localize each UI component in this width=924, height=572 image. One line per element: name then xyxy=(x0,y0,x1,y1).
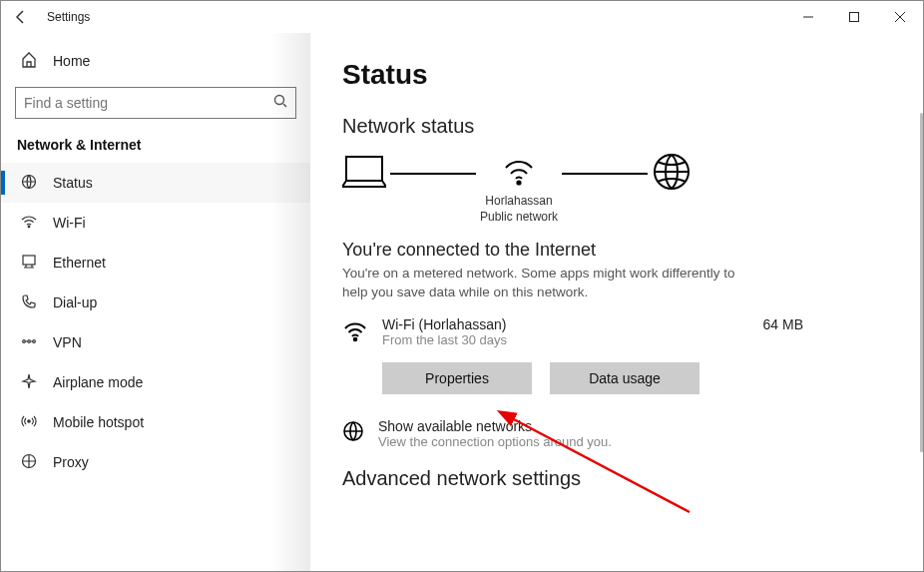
sidebar-item-label: Wi-Fi xyxy=(53,215,86,231)
sidebar: Home Network & Internet Status Wi-Fi Eth… xyxy=(1,33,310,571)
section-advanced: Advanced network settings xyxy=(342,467,883,490)
sidebar-item-label: Mobile hotspot xyxy=(53,414,144,430)
sidebar-item-vpn[interactable]: VPN xyxy=(1,322,310,362)
home-icon xyxy=(21,52,37,71)
close-button[interactable] xyxy=(877,1,923,33)
connected-heading: You're connected to the Internet xyxy=(342,240,883,261)
svg-rect-10 xyxy=(346,157,382,181)
svg-rect-0 xyxy=(850,13,859,22)
svg-point-1 xyxy=(275,96,284,105)
back-button[interactable] xyxy=(1,1,41,33)
svg-rect-4 xyxy=(23,256,35,265)
connection-usage: 64 MB xyxy=(763,316,883,332)
globe-icon xyxy=(652,152,692,196)
search-input[interactable] xyxy=(24,95,273,111)
sidebar-item-label: Proxy xyxy=(53,454,89,470)
connected-description: You're on a metered network. Some apps m… xyxy=(342,265,761,302)
main-pane: Status Network status HorlahassanPublic … xyxy=(310,33,923,571)
svg-point-8 xyxy=(28,419,30,421)
sidebar-item-hotspot[interactable]: Mobile hotspot xyxy=(1,402,310,442)
scrollbar[interactable] xyxy=(920,113,923,452)
sidebar-item-wifi[interactable]: Wi-Fi xyxy=(1,203,310,243)
sidebar-item-proxy[interactable]: Proxy xyxy=(1,442,310,482)
network-diagram: HorlahassanPublic network xyxy=(342,152,883,226)
home-nav[interactable]: Home xyxy=(1,41,310,81)
svg-point-5 xyxy=(23,339,26,342)
diagram-nettype: Public network xyxy=(480,210,558,224)
minimize-button[interactable] xyxy=(785,1,831,33)
wifi-icon xyxy=(342,316,368,348)
search-box[interactable] xyxy=(15,87,296,119)
home-label: Home xyxy=(53,53,90,69)
svg-point-11 xyxy=(517,181,520,184)
globe-icon xyxy=(21,174,37,193)
properties-button[interactable]: Properties xyxy=(382,362,532,394)
connection-row: Wi-Fi (Horlahassan) From the last 30 day… xyxy=(342,316,883,348)
sidebar-item-ethernet[interactable]: Ethernet xyxy=(1,243,310,283)
hotspot-icon xyxy=(21,413,37,432)
wifi-icon xyxy=(501,154,537,194)
svg-point-13 xyxy=(354,337,357,340)
section-network-status: Network status xyxy=(342,115,883,138)
sidebar-item-label: Airplane mode xyxy=(53,374,143,390)
svg-point-6 xyxy=(28,339,31,342)
data-usage-button[interactable]: Data usage xyxy=(550,362,699,394)
page-title: Status xyxy=(342,59,883,91)
computer-icon xyxy=(342,153,386,195)
sidebar-item-label: Ethernet xyxy=(53,255,106,271)
available-sub: View the connection options around you. xyxy=(378,434,612,449)
sidebar-group-title: Network & Internet xyxy=(1,133,310,163)
connection-sub: From the last 30 days xyxy=(382,332,749,347)
proxy-icon xyxy=(21,453,37,472)
sidebar-item-status[interactable]: Status xyxy=(1,163,310,203)
available-title: Show available networks xyxy=(378,418,612,434)
sidebar-item-label: Dial-up xyxy=(53,294,97,310)
vpn-icon xyxy=(21,333,37,352)
search-icon xyxy=(273,94,287,112)
sidebar-item-airplane[interactable]: Airplane mode xyxy=(1,362,310,402)
globe-icon xyxy=(342,418,364,446)
titlebar: Settings xyxy=(1,1,923,33)
connection-name: Wi-Fi (Horlahassan) xyxy=(382,316,749,332)
sidebar-item-label: Status xyxy=(53,175,93,191)
window-title: Settings xyxy=(47,10,90,24)
window-controls xyxy=(785,1,923,33)
phone-icon xyxy=(21,293,37,312)
sidebar-item-label: VPN xyxy=(53,334,82,350)
diagram-ssid: Horlahassan xyxy=(485,194,552,208)
sidebar-item-dialup[interactable]: Dial-up xyxy=(1,283,310,322)
airplane-icon xyxy=(21,373,37,392)
ethernet-icon xyxy=(21,254,37,273)
maximize-button[interactable] xyxy=(831,1,877,33)
svg-point-3 xyxy=(28,226,30,228)
wifi-icon xyxy=(21,214,37,233)
show-available-networks[interactable]: Show available networks View the connect… xyxy=(342,418,883,449)
svg-point-7 xyxy=(33,339,36,342)
